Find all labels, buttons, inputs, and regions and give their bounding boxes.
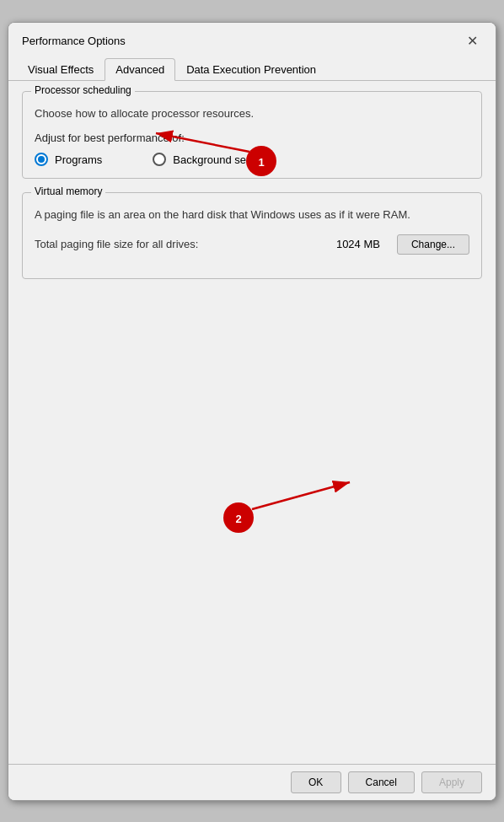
- tab-advanced[interactable]: Advanced: [105, 58, 175, 81]
- processor-scheduling-description: Choose how to allocate processor resourc…: [35, 105, 469, 122]
- change-button[interactable]: Change...: [397, 234, 469, 255]
- processor-scheduling-section: Processor scheduling Choose how to alloc…: [22, 91, 482, 180]
- cancel-button[interactable]: Cancel: [348, 771, 415, 793]
- vm-size-label: Total paging file size for all drives:: [35, 238, 198, 250]
- badge-2-circle: [223, 502, 254, 533]
- dialog-title: Performance Options: [22, 35, 126, 47]
- performance-options-dialog: Performance Options ✕ Visual Effects Adv…: [8, 22, 496, 801]
- arrow-2: [252, 482, 350, 509]
- virtual-memory-title: Virtual memory: [31, 185, 105, 197]
- ok-button[interactable]: OK: [291, 771, 341, 793]
- radio-programs[interactable]: Programs: [35, 153, 102, 166]
- adjust-label: Adjust for best performance of:: [35, 132, 469, 144]
- annotation-overlay: 1 2: [8, 81, 496, 764]
- close-button[interactable]: ✕: [462, 31, 482, 51]
- radio-background-label: Background services: [173, 153, 275, 166]
- tab-content: Processor scheduling Choose how to alloc…: [8, 81, 496, 764]
- tab-dep[interactable]: Data Execution Prevention: [175, 58, 327, 80]
- title-bar: Performance Options ✕: [8, 23, 496, 51]
- badge-2-text: 2: [235, 513, 241, 525]
- vm-size-row: Total paging file size for all drives: 1…: [35, 234, 469, 255]
- radio-programs-btn[interactable]: [35, 153, 48, 166]
- tab-bar: Visual Effects Advanced Data Execution P…: [8, 53, 496, 81]
- dialog-footer: OK Cancel Apply: [8, 764, 496, 800]
- tab-visual-effects[interactable]: Visual Effects: [17, 58, 105, 80]
- processor-scheduling-title: Processor scheduling: [31, 84, 135, 96]
- radio-background-services[interactable]: Background services: [153, 153, 275, 166]
- virtual-memory-body: A paging file is an area on the hard dis…: [35, 207, 469, 255]
- radio-background-btn[interactable]: [153, 153, 166, 166]
- virtual-memory-description: A paging file is an area on the hard dis…: [35, 207, 469, 224]
- processor-scheduling-body: Choose how to allocate processor resourc…: [35, 105, 469, 167]
- radio-group: Programs Background services: [35, 153, 469, 166]
- apply-button[interactable]: Apply: [421, 771, 482, 793]
- radio-programs-label: Programs: [55, 153, 102, 166]
- vm-size-value: 1024 MB: [336, 238, 380, 250]
- virtual-memory-section: Virtual memory A paging file is an area …: [22, 192, 482, 279]
